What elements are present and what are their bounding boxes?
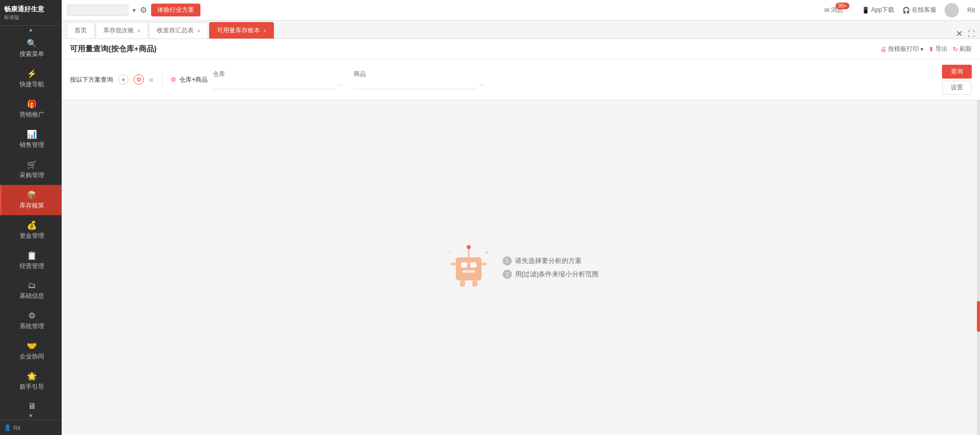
refresh-label: 刷新 — [959, 45, 972, 53]
sales-icon: 📊 — [27, 129, 37, 139]
svg-point-9 — [467, 245, 471, 249]
filter-scheme-settings-button[interactable]: ⚙ — [134, 74, 144, 85]
tab-available[interactable]: 可用量库存账本 × — [209, 22, 274, 39]
warehouse-field: 仓库 ··· — [213, 70, 343, 89]
settings-button[interactable]: 设置 — [942, 81, 972, 94]
tab-summary-label: 收发存汇总表 — [157, 26, 194, 35]
filter-collapse-button[interactable]: « — [149, 75, 154, 84]
export-button[interactable]: ⬆ 导出 — [929, 45, 948, 53]
sidebar-item-label: 系统管理 — [20, 322, 44, 331]
newbie-icon: 🌟 — [27, 371, 37, 381]
sidebar-item-label: 基础信息 — [20, 292, 44, 300]
sidebar-item-newbie[interactable]: 🌟 新手引导 — [0, 366, 62, 396]
page-actions: 🖨 按模板打印 ▾ ⬆ 导出 ↻ 刷新 — [880, 45, 972, 53]
business-icon: 📋 — [27, 251, 37, 260]
product-more-button[interactable]: ··· — [479, 81, 484, 88]
svg-rect-7 — [472, 280, 477, 287]
message-badge: 99+ — [836, 3, 849, 9]
sidebar-item-label: 搜索菜单 — [20, 50, 44, 59]
online-service-label: 在线客服 — [912, 6, 936, 14]
online-service-button[interactable]: 🎧 在线客服 — [902, 6, 936, 14]
message-icon: ✉ — [824, 7, 829, 14]
settings-icon[interactable]: ⚙ — [140, 5, 147, 15]
topbar-right: ✉ 消息 99+ 📱 App下载 🎧 在线客服 Rit — [824, 3, 975, 17]
finance-icon: 💰 — [27, 220, 37, 230]
print-icon: 🖨 — [880, 46, 886, 53]
filter-label: 按以下方案查询 — [70, 75, 113, 84]
filter-scheme[interactable]: ⚙ 仓库+商品 — [171, 75, 208, 84]
logo-subtitle: 标准版 — [4, 14, 58, 21]
hint-2-text: 用[过滤]条件来缩小分析范围 — [515, 270, 599, 279]
svg-rect-2 — [470, 262, 476, 268]
sidebar-item-label: 企业协同 — [20, 352, 44, 361]
svg-rect-0 — [456, 257, 482, 280]
warehouse-more-button[interactable]: ··· — [338, 81, 343, 88]
sidebar-item-base[interactable]: 🗂 基础信息 — [0, 276, 62, 306]
appstore-icon: 🖥 — [28, 402, 36, 411]
tabbar-close-button[interactable]: ✕ — [954, 29, 965, 39]
sidebar-item-sales[interactable]: 📊 销售管理 — [0, 124, 62, 155]
username-label: Rit — [967, 7, 975, 14]
scheme-label: 仓库+商品 — [179, 75, 208, 84]
scrollbar-thumb[interactable] — [977, 301, 980, 332]
svg-rect-4 — [451, 262, 456, 266]
tab-batch[interactable]: 库存批次账 × — [96, 22, 148, 39]
tab-available-close[interactable]: × — [263, 28, 266, 34]
filter-add-button[interactable]: + — [118, 74, 128, 85]
industry-button[interactable]: 体验行业方案 — [151, 4, 200, 16]
warehouse-input[interactable] — [213, 80, 336, 89]
print-button[interactable]: 🖨 按模板打印 ▾ — [880, 45, 923, 53]
refresh-icon: ↻ — [953, 46, 958, 53]
svg-rect-3 — [463, 270, 475, 273]
tab-home-label: 首页 — [75, 26, 87, 35]
message-button[interactable]: ✉ 消息 99+ — [824, 6, 843, 14]
sidebar-item-purchase[interactable]: 🛒 采购管理 — [0, 155, 62, 185]
tab-batch-close[interactable]: × — [137, 28, 140, 34]
svg-rect-6 — [460, 280, 465, 287]
svg-rect-5 — [482, 262, 487, 266]
query-button[interactable]: 查询 — [942, 65, 972, 79]
tabbar: 首页 库存批次账 × 收发存汇总表 × 可用量库存账本 × ✕ ⛶ — [62, 21, 980, 39]
sidebar-scroll-up[interactable]: ▲ — [0, 26, 62, 33]
sidebar-item-enterprise[interactable]: 🤝 企业协同 — [0, 336, 62, 366]
filter-actions: 查询 设置 — [942, 65, 972, 94]
topbar: ▾ ⚙ 体验行业方案 ✉ 消息 99+ 📱 App下载 🎧 在线客服 Rit — [62, 0, 980, 21]
print-dropdown-icon[interactable]: ▾ — [920, 46, 923, 53]
service-icon: 🎧 — [902, 7, 910, 14]
search-input[interactable] — [67, 5, 128, 16]
product-input[interactable] — [354, 80, 477, 89]
svg-text:✦: ✦ — [484, 249, 489, 256]
dropdown-icon[interactable]: ▾ — [133, 7, 136, 14]
sidebar-item-business[interactable]: 📋 经营管理 — [0, 245, 62, 276]
tabbar-expand-button[interactable]: ⛶ — [968, 30, 975, 38]
tab-home[interactable]: 首页 — [67, 22, 95, 39]
sidebar-item-search[interactable]: 🔍 搜索菜单 — [0, 33, 62, 64]
sidebar-item-appstore[interactable]: 🖥 应用中心 — [0, 396, 62, 412]
sidebar-scroll-down[interactable]: ▼ — [0, 412, 62, 420]
right-scrollbar[interactable] — [977, 100, 980, 435]
sidebar-item-system[interactable]: ⚙ 系统管理 — [0, 306, 62, 336]
sidebar-bottom[interactable]: 👤 Rit — [0, 420, 62, 435]
print-label: 按模板打印 — [888, 45, 919, 53]
search-icon: 🔍 — [27, 39, 37, 48]
sidebar-item-label: 库存核算 — [20, 201, 44, 210]
system-icon: ⚙ — [28, 311, 35, 320]
tab-summary[interactable]: 收发存汇总表 × — [149, 22, 208, 39]
export-label: 导出 — [935, 45, 948, 53]
product-label: 商品 — [354, 70, 484, 79]
tab-summary-close[interactable]: × — [197, 28, 200, 34]
sidebar-item-label: 销售管理 — [20, 141, 44, 149]
app-download-label: App下载 — [871, 6, 894, 14]
refresh-button[interactable]: ↻ 刷新 — [953, 45, 972, 53]
svg-text:✦: ✦ — [448, 250, 452, 255]
filter-divider — [162, 72, 162, 87]
hint-1-number: 1 — [503, 256, 512, 266]
sidebar-item-finance[interactable]: 💰 资金管理 — [0, 215, 62, 245]
filter-panel: 按以下方案查询 + ⚙ « ⚙ 仓库+商品 仓库 ··· 商品 ··· — [62, 60, 980, 100]
sidebar-item-inventory[interactable]: 📦 库存核算 — [0, 185, 62, 215]
app-icon: 📱 — [862, 7, 870, 14]
sidebar-item-shortcut[interactable]: ⚡ 快捷导航 — [0, 64, 62, 94]
sidebar-item-marketing[interactable]: 🎁 营销推广 — [0, 94, 62, 124]
app-download-button[interactable]: 📱 App下载 — [862, 6, 894, 14]
sidebar-nav: 🔍 搜索菜单 ⚡ 快捷导航 🎁 营销推广 📊 销售管理 🛒 采购管理 📦 库存核… — [0, 33, 62, 412]
